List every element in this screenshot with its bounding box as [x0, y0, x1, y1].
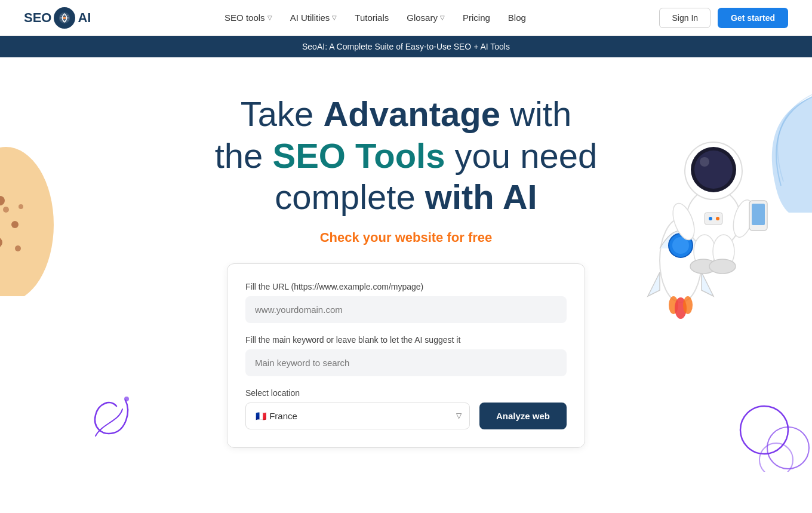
svg-point-7	[3, 207, 9, 213]
title-line3: complete with AI	[275, 177, 537, 216]
logo-seo-text: SEO	[24, 10, 51, 26]
nav-item-tutorials[interactable]: Tutorials	[355, 13, 389, 23]
chevron-down-icon: ▽	[332, 14, 337, 21]
getstarted-button[interactable]: Get started	[718, 8, 788, 28]
title-line1: Take Advantage with	[241, 94, 571, 133]
form-card: Fill the URL (https://www.example.com/my…	[227, 263, 585, 448]
nav-item-blog[interactable]: Blog	[508, 13, 526, 23]
logo-ai-text: AI	[78, 10, 91, 26]
svg-point-31	[716, 217, 719, 220]
chevron-down-icon: ▽	[267, 14, 272, 21]
keyword-label: Fill the main keyword or leave blank to …	[245, 335, 567, 345]
svg-point-19	[694, 150, 733, 189]
logo-icon	[54, 7, 75, 29]
location-row: 🇫🇷 France 🇺🇸 United States 🇬🇧 United Kin…	[245, 403, 567, 429]
announcement-bar: SeoAI: A Complete Suite of Easy-to-Use S…	[0, 36, 812, 57]
nav-links: SEO tools ▽ AI Utilities ▽ Tutorials Glo…	[224, 13, 526, 23]
svg-point-20	[700, 157, 709, 167]
svg-point-32	[124, 397, 129, 401]
nav-item-pricing[interactable]: Pricing	[463, 13, 490, 23]
logo[interactable]: SEO AI	[24, 7, 91, 29]
chevron-down-icon: ▽	[440, 14, 445, 21]
url-label: Fill the URL (https://www.example.com/my…	[245, 282, 567, 291]
svg-point-4	[11, 221, 19, 228]
location-select-wrapper: 🇫🇷 France 🇺🇸 United States 🇬🇧 United Kin…	[245, 403, 470, 429]
nav-item-ai-utilities[interactable]: AI Utilities ▽	[290, 13, 337, 23]
svg-point-35	[759, 443, 793, 472]
nav-item-glosary[interactable]: Glosary ▽	[407, 13, 445, 23]
url-input[interactable]	[245, 296, 567, 323]
svg-point-9	[19, 204, 23, 209]
nav-actions: Sign In Get started	[659, 8, 788, 28]
svg-rect-24	[752, 204, 765, 225]
svg-point-6	[15, 245, 21, 251]
nav-item-seo-tools[interactable]: SEO tools ▽	[224, 13, 272, 23]
navbar: SEO AI SEO tools ▽ AI Utilities ▽	[0, 0, 812, 36]
decorative-circles-right	[728, 394, 812, 472]
svg-point-15	[683, 296, 693, 314]
location-label: Select location	[245, 388, 567, 398]
svg-point-28	[709, 259, 736, 274]
hero-section: Take Advantage with the SEO Tools you ne…	[0, 57, 812, 472]
svg-point-30	[709, 217, 712, 220]
analyze-button[interactable]: Analyze web	[479, 403, 567, 429]
svg-rect-29	[705, 213, 722, 225]
keyword-input[interactable]	[245, 349, 567, 376]
signin-button[interactable]: Sign In	[659, 8, 710, 28]
decorative-blob-left	[0, 105, 54, 296]
svg-point-33	[740, 406, 788, 454]
location-select[interactable]: 🇫🇷 France 🇺🇸 United States 🇬🇧 United Kin…	[245, 403, 470, 429]
svg-point-2	[0, 147, 54, 296]
decorative-swirl-left	[84, 388, 143, 448]
decorative-astronaut	[621, 69, 788, 322]
title-line2: the SEO Tools you need	[215, 136, 597, 175]
